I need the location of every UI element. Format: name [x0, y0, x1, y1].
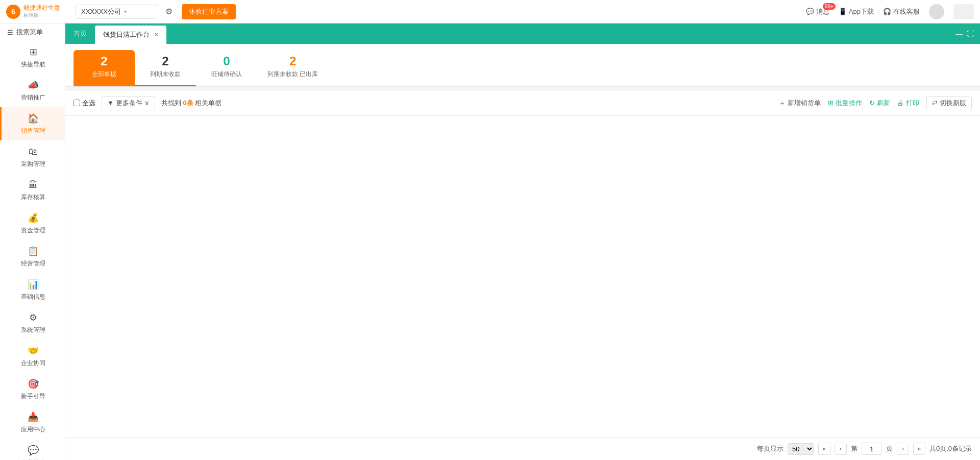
newbie-icon: 🎯 — [27, 378, 39, 390]
tab-bar: 首页 钱货日清工作台 × — ⛶ — [65, 23, 980, 44]
main-layout: ☰ 搜索菜单 ⊞ 快捷导航 📣 营销推广 🏠 销售管理 🛍 采购管理 🏛 库存核… — [0, 23, 980, 460]
logo-icon: 6 — [6, 5, 20, 19]
settings-icon[interactable]: ⚙ — [161, 4, 177, 19]
stat-tab-shipped[interactable]: 2 到期未收款 已出库 — [257, 50, 328, 86]
sidebar: ☰ 搜索菜单 ⊞ 快捷导航 📣 营销推广 🏠 销售管理 🛍 采购管理 🏛 库存核… — [0, 23, 65, 460]
sidebar-item-marketing[interactable]: 📣 营销推广 — [0, 74, 65, 107]
batch-label: 批量操作 — [836, 99, 862, 108]
stat-tab-overdue[interactable]: 2 到期未收款 — [135, 50, 196, 86]
first-page-button[interactable]: « — [818, 443, 830, 455]
print-label: 打印 — [906, 99, 919, 108]
company-name: XXXXXX公司 — [81, 7, 121, 16]
select-all-input[interactable] — [74, 100, 80, 106]
header-right: 💬 消息 99+ 📱 App下载 🎧 在线客服 — [806, 4, 974, 19]
next-page-button[interactable]: › — [897, 443, 909, 455]
trial-button[interactable]: 体验行业方案 — [182, 4, 236, 19]
service-icon: 🎧 — [883, 8, 891, 15]
filter-icon: ▼ — [107, 99, 114, 107]
plus-icon: ＋ — [779, 99, 786, 108]
sidebar-item-label: 库存核算 — [21, 193, 45, 202]
sidebar-item-label: 新手引导 — [21, 392, 45, 401]
sidebar-item-inventory[interactable]: 🏛 库存核算 — [0, 174, 65, 207]
content-area: 首页 钱货日清工作台 × — ⛶ 2 全部单据 2 到期未收款 — [65, 23, 980, 460]
current-page-input[interactable] — [862, 443, 882, 455]
found-text: 共找到 0条 相关单据 — [161, 99, 222, 108]
sidebar-item-wechat[interactable]: 💬 企业微信 — [0, 439, 65, 460]
logo-text-block: 畅捷通好生意 标准版 — [23, 4, 60, 19]
appstore-icon: 📥 — [27, 411, 39, 423]
page-content: 2 全部单据 2 到期未收款 0 旺铺待确认 2 到期未收款 已出库 — [65, 44, 980, 460]
online-service-button[interactable]: 🎧 在线客服 — [883, 7, 920, 16]
table-area — [65, 116, 980, 437]
tab-actions: — ⛶ — [955, 30, 980, 38]
sidebar-item-enterprise[interactable]: 🤝 企业协同 — [0, 340, 65, 373]
sidebar-item-newbie[interactable]: 🎯 新手引导 — [0, 373, 65, 406]
sidebar-item-basics[interactable]: 📊 基础信息 — [0, 273, 65, 306]
sidebar-item-quick-nav[interactable]: ⊞ 快捷导航 — [0, 41, 65, 74]
app-download-label: App下载 — [849, 7, 874, 16]
page-size-select[interactable]: 50 20 100 — [788, 443, 814, 455]
sidebar-item-label: 快捷导航 — [21, 60, 45, 69]
print-button[interactable]: 🖨 打印 — [897, 99, 919, 108]
download-icon: 📱 — [839, 8, 847, 15]
sidebar-item-finance[interactable]: 💰 资金管理 — [0, 207, 65, 240]
batch-icon: ⊞ — [828, 99, 834, 107]
marketing-icon: 📣 — [27, 79, 39, 91]
avatar[interactable] — [929, 4, 944, 19]
refresh-button[interactable]: ↻ 刷新 — [869, 99, 890, 108]
sidebar-item-label: 销售管理 — [21, 127, 45, 135]
add-sale-button[interactable]: ＋ 新增销货单 — [779, 99, 821, 108]
wechat-icon: 💬 — [27, 444, 39, 456]
switch-icon: ⇄ — [932, 99, 938, 107]
search-menu-label: 搜索菜单 — [16, 28, 43, 37]
batch-button[interactable]: ⊞ 批量操作 — [828, 99, 862, 108]
stat-num-all: 2 — [84, 54, 125, 69]
switch-new-version-button[interactable]: ⇄ 切换新版 — [926, 96, 972, 110]
tab-active[interactable]: 钱货日清工作台 × — [95, 26, 166, 44]
message-button[interactable]: 💬 消息 99+ — [806, 7, 829, 16]
filter-button[interactable]: ▼ 更多条件 ∨ — [102, 96, 155, 110]
prev-page-button[interactable]: ‹ — [835, 443, 847, 455]
company-selector[interactable]: XXXXXX公司 ▾ — [76, 5, 157, 19]
search-icon: ☰ — [7, 29, 13, 36]
stat-tab-all[interactable]: 2 全部单据 — [74, 50, 135, 86]
enterprise-icon: 🤝 — [27, 345, 39, 357]
tab-home-label: 首页 — [74, 29, 87, 38]
sidebar-item-label: 采购管理 — [21, 160, 45, 168]
pagination: 每页显示 50 20 100 « ‹ 第 页 › » 共0页,0条记录 — [65, 437, 980, 460]
logo-sub: 标准版 — [23, 12, 60, 19]
online-service-label: 在线客服 — [893, 7, 920, 16]
refresh-icon: ↻ — [869, 99, 875, 107]
select-all-checkbox[interactable]: 全选 — [74, 99, 95, 108]
chevron-down-icon: ▾ — [124, 9, 127, 14]
basics-icon: 📊 — [27, 278, 39, 290]
sidebar-item-label: 企业协同 — [21, 359, 45, 368]
last-page-button[interactable]: » — [913, 443, 925, 455]
stat-label-overdue: 到期未收款 — [145, 70, 186, 79]
stat-tab-pending[interactable]: 0 旺铺待确认 — [196, 50, 257, 86]
finance-icon: 💰 — [27, 212, 39, 224]
sidebar-item-system[interactable]: ⚙ 系统管理 — [0, 306, 65, 340]
sidebar-item-appstore[interactable]: 📥 应用中心 — [0, 406, 65, 439]
sidebar-item-purchase[interactable]: 🛍 采购管理 — [0, 140, 65, 174]
switch-label: 切换新版 — [940, 99, 966, 108]
stat-num-overdue: 2 — [145, 54, 186, 69]
tab-minimize-icon[interactable]: — — [955, 30, 963, 38]
sidebar-item-sales[interactable]: 🏠 销售管理 — [0, 107, 65, 140]
tab-expand-icon[interactable]: ⛶ — [967, 30, 974, 38]
stat-label-pending: 旺铺待确认 — [206, 70, 247, 79]
tab-home[interactable]: 首页 — [65, 23, 95, 44]
sidebar-item-operations[interactable]: 📋 经营管理 — [0, 240, 65, 273]
quick-nav-icon: ⊞ — [27, 46, 39, 58]
search-menu-item[interactable]: ☰ 搜索菜单 — [0, 23, 65, 41]
top-header: 6 畅捷通好生意 标准版 XXXXXX公司 ▾ ⚙ 体验行业方案 💬 消息 99… — [0, 0, 980, 23]
toolbar: 全选 ▼ 更多条件 ∨ 共找到 0条 相关单据 ＋ 新增销货单 — [65, 91, 980, 116]
total-text: 共0页,0条记录 — [929, 444, 972, 453]
app-download-button[interactable]: 📱 App下载 — [839, 7, 874, 16]
stat-num-pending: 0 — [206, 54, 247, 69]
tab-active-label: 钱货日清工作台 — [103, 30, 150, 39]
tab-close-icon[interactable]: × — [155, 31, 158, 38]
select-all-label: 全选 — [82, 99, 95, 108]
chevron-down-icon: ∨ — [144, 99, 150, 107]
username-area — [953, 4, 974, 19]
